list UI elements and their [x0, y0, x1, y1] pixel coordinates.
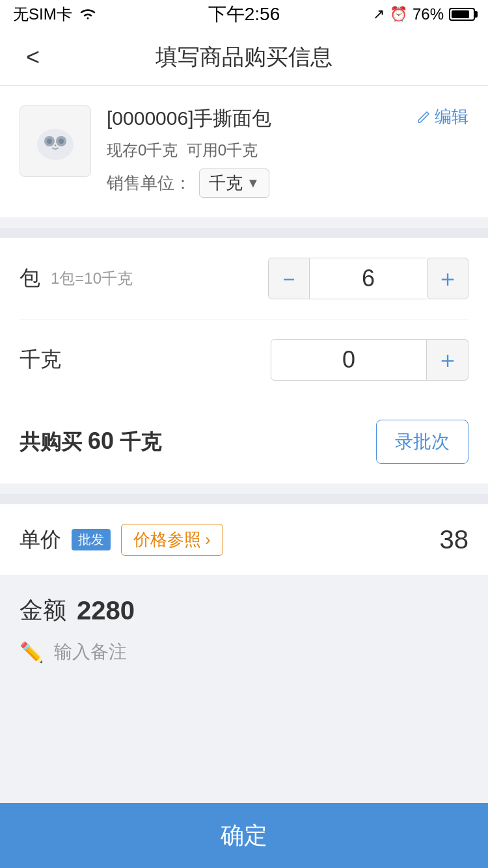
status-bar: 无SIM卡 下午2:56 ↗ ⏰ 76%: [0, 0, 488, 29]
input-section: 包 1包=10千克 － ＋ 千克 ＋: [0, 238, 488, 400]
price-section: 单价 批发 价格参照 › 38: [0, 504, 488, 575]
status-time: 下午2:56: [208, 2, 280, 27]
pack-increase-button[interactable]: ＋: [427, 258, 468, 299]
kg-increase-button[interactable]: ＋: [427, 339, 468, 381]
page-title: 填写商品购买信息: [156, 42, 332, 72]
location-icon: ↗: [373, 6, 385, 23]
price-ref-button[interactable]: 价格参照 ›: [121, 524, 223, 556]
pencil-icon: ✏️: [20, 641, 44, 664]
owl-logo: [33, 122, 78, 161]
alarm-icon: ⏰: [390, 6, 407, 23]
product-info: [0000006]手撕面包 编辑 现存0千克 可用0千克 销售单位： 千克 ▼: [107, 105, 468, 198]
amount-section: 金额 2280 ✏️ 输入备注: [0, 575, 488, 677]
status-right: ↗ ⏰ 76%: [373, 5, 475, 23]
price-label: 单价: [20, 526, 61, 554]
remark-row[interactable]: ✏️ 输入备注: [20, 640, 468, 664]
pack-input-row: 包 1包=10千克 － ＋: [20, 238, 468, 319]
product-thumbnail: [20, 105, 91, 177]
pack-label: 包 1包=10千克: [20, 264, 133, 293]
price-value: 38: [440, 525, 469, 554]
pack-hint: 1包=10千克: [51, 268, 133, 289]
amount-value: 2280: [77, 596, 135, 625]
product-name: [0000006]手撕面包: [107, 105, 271, 132]
pack-decrease-button[interactable]: －: [268, 258, 310, 299]
kg-quantity-control: ＋: [271, 339, 468, 381]
unit-select[interactable]: 千克 ▼: [199, 169, 269, 198]
price-label-row: 单价 批发 价格参照 ›: [20, 524, 223, 556]
chevron-right-icon: ›: [205, 530, 211, 550]
total-section: 共购买 60 千克 录批次: [0, 400, 488, 483]
batch-button[interactable]: 录批次: [376, 420, 468, 464]
divider-1: [0, 228, 488, 238]
kg-label: 千克: [20, 346, 61, 374]
kg-quantity-input[interactable]: [271, 339, 427, 381]
svg-point-3: [47, 139, 52, 144]
battery-percent: 76%: [413, 5, 444, 23]
battery-icon: [449, 8, 475, 21]
remark-placeholder: 输入备注: [54, 640, 127, 664]
total-text: 共购买 60 千克: [20, 427, 161, 457]
price-tag-pifa: 批发: [72, 529, 111, 550]
pack-quantity-control: － ＋: [268, 258, 468, 299]
kg-input-row: 千克 ＋: [20, 319, 468, 400]
carrier-label: 无SIM卡: [13, 4, 72, 25]
divider-2: [0, 494, 488, 504]
edit-icon: [416, 110, 431, 124]
back-button[interactable]: <: [20, 37, 46, 77]
status-left: 无SIM卡: [13, 4, 97, 25]
confirm-bar[interactable]: 确定: [0, 803, 488, 868]
product-section: [0000006]手撕面包 编辑 现存0千克 可用0千克 销售单位： 千克 ▼: [0, 86, 488, 217]
product-stock: 现存0千克 可用0千克: [107, 140, 468, 161]
edit-button[interactable]: 编辑: [416, 105, 468, 128]
product-unit-row: 销售单位： 千克 ▼: [107, 169, 468, 198]
confirm-button-label: 确定: [221, 820, 267, 852]
wifi-icon: [79, 8, 97, 21]
pack-quantity-input[interactable]: [310, 258, 427, 299]
dropdown-icon: ▼: [247, 176, 260, 191]
nav-bar: < 填写商品购买信息: [0, 29, 488, 86]
amount-row: 金额 2280: [20, 595, 468, 627]
svg-point-4: [59, 139, 64, 144]
